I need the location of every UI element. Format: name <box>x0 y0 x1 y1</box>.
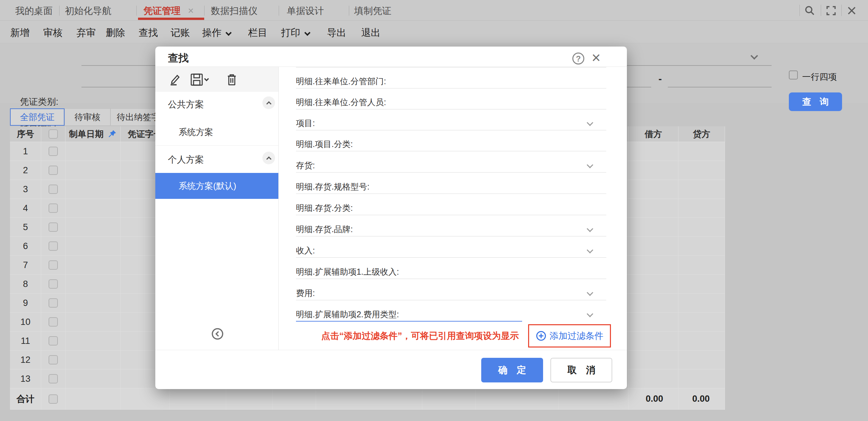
range-separator: - <box>658 73 662 85</box>
close-tab-icon[interactable]: × <box>188 5 194 16</box>
delete-scheme-icon[interactable] <box>225 73 239 86</box>
tree-item-system-scheme-default-selected[interactable]: 系统方案(默认) <box>155 173 278 199</box>
add-filter-button[interactable]: 添加过滤条件 <box>528 324 611 348</box>
fullscreen-icon[interactable] <box>826 5 837 16</box>
divider <box>278 67 279 350</box>
row-checkbox[interactable] <box>49 241 58 251</box>
delete-button[interactable]: 删除 <box>106 26 125 39</box>
tab-my-desktop[interactable]: 我的桌面 <box>15 5 53 17</box>
row-seq: 2 <box>10 161 41 180</box>
row-checkbox[interactable] <box>49 374 58 383</box>
filter-field-inv-cat[interactable]: 明细.存货.分类: <box>296 200 606 215</box>
close-window-icon[interactable] <box>846 5 857 16</box>
filter-field-project-cat[interactable]: 明细.项目.分类: <box>296 136 606 151</box>
chevron-down-icon <box>304 30 310 36</box>
tab-data-scanner[interactable]: 数据扫描仪 <box>211 5 257 17</box>
save-icon[interactable] <box>190 73 211 86</box>
total-checkbox[interactable] <box>49 394 58 404</box>
tab-all-vouchers[interactable]: 全部凭证 <box>10 108 64 126</box>
tab-init-navigation[interactable]: 初始化导航 <box>65 5 112 17</box>
active-tab-indicator <box>138 18 204 20</box>
row-seq: 3 <box>10 180 41 199</box>
row-checkbox[interactable] <box>49 336 58 346</box>
divider <box>841 5 842 16</box>
tab-voucher-management[interactable]: 凭证管理× <box>143 5 194 17</box>
divider <box>136 6 137 15</box>
new-button[interactable]: 新增 <box>10 26 30 39</box>
row-seq: 12 <box>10 351 41 369</box>
row-checkbox[interactable] <box>49 279 58 289</box>
row-seq: 9 <box>10 294 41 313</box>
filter-field-ext2-focused[interactable]: 明细.扩展辅助项2.费用类型: <box>296 306 522 322</box>
subject-code-to-input[interactable] <box>668 87 772 88</box>
tree-group-public[interactable]: 公共方案 <box>168 98 204 110</box>
header-date[interactable]: 制单日期 <box>65 126 121 142</box>
edit-icon[interactable] <box>168 73 181 86</box>
plus-circle-icon <box>536 330 547 341</box>
operate-label: 操作 <box>202 27 221 38</box>
one-row-four-checkbox[interactable] <box>789 70 798 79</box>
total-credit: 0.00 <box>678 388 725 410</box>
operate-menu-button[interactable]: 操作 <box>202 26 230 39</box>
filter-field-person[interactable]: 明细.往来单位.分管人员: <box>296 94 606 109</box>
unaudit-button[interactable]: 弃审 <box>76 26 96 39</box>
row-seq: 6 <box>10 237 41 256</box>
dialog-title: 查找 <box>168 51 189 65</box>
header-debit[interactable]: 借方 <box>628 126 678 142</box>
filter-field-dept[interactable]: 明细.往来单位.分管部门: <box>296 73 606 89</box>
row-checkbox[interactable] <box>49 147 58 156</box>
cancel-button[interactable]: 取 消 <box>550 358 612 382</box>
filter-field-expense[interactable]: 费用: <box>296 285 606 300</box>
tree-group-personal[interactable]: 个人方案 <box>168 154 204 166</box>
audit-button[interactable]: 审核 <box>43 26 63 39</box>
print-label: 打印 <box>281 27 300 38</box>
tree-item-system-scheme[interactable]: 系统方案 <box>179 126 213 138</box>
row-checkbox[interactable] <box>49 166 58 175</box>
row-seq: 7 <box>10 256 41 275</box>
filter-field-ext1[interactable]: 明细.扩展辅助项1.上级收入: <box>296 264 606 279</box>
exit-button[interactable]: 退出 <box>361 26 380 39</box>
row-seq: 11 <box>10 331 41 351</box>
divider <box>59 6 60 15</box>
row-checkbox[interactable] <box>49 317 58 327</box>
filter-field-income[interactable]: 收入: <box>296 242 606 258</box>
row-checkbox[interactable] <box>49 185 58 194</box>
row-seq: 1 <box>10 142 41 161</box>
divider <box>155 350 627 350</box>
tab-fill-voucher[interactable]: 填制凭证 <box>354 5 392 17</box>
pin-sort-icon[interactable] <box>107 129 117 139</box>
export-button[interactable]: 导出 <box>327 26 346 39</box>
row-checkbox[interactable] <box>49 298 58 307</box>
header-credit[interactable]: 贷方 <box>678 126 725 142</box>
tab-pending-audit[interactable]: 待审核 <box>64 108 111 126</box>
app-screen: 04231346 04231346 04231346 我的桌面 初始化导航 凭证… <box>0 0 868 421</box>
voucher-type-label: 凭证类别: <box>20 96 59 108</box>
header-select-all[interactable] <box>41 126 65 142</box>
columns-button[interactable]: 栏目 <box>248 26 268 39</box>
filter-field-spec[interactable]: 明细.存货.规格型号: <box>296 179 606 194</box>
filter-field-inventory[interactable]: 存货: <box>296 157 606 172</box>
row-checkbox[interactable] <box>49 260 58 270</box>
query-button[interactable]: 查 询 <box>789 92 842 111</box>
row-seq: 13 <box>10 369 41 388</box>
collapse-panel-icon[interactable] <box>211 328 224 340</box>
row-checkbox[interactable] <box>49 355 58 364</box>
tab-form-design[interactable]: 单据设计 <box>287 5 324 17</box>
row-seq: 10 <box>10 313 41 331</box>
row-checkbox[interactable] <box>49 203 58 213</box>
table-total-row: 合计 0.00 0.00 <box>10 388 725 410</box>
collapse-personal-icon[interactable] <box>262 152 275 164</box>
filter-field[interactable] <box>296 52 606 67</box>
total-debit: 0.00 <box>628 388 678 410</box>
post-button[interactable]: 记账 <box>170 26 190 39</box>
select-all-checkbox[interactable] <box>49 129 58 139</box>
collapse-public-icon[interactable] <box>262 96 275 109</box>
header-seq[interactable]: 序号 <box>10 126 41 142</box>
filter-field-brand[interactable]: 明细.存货.品牌: <box>296 221 606 236</box>
print-menu-button[interactable]: 打印 <box>281 26 309 39</box>
ok-button[interactable]: 确 定 <box>481 358 543 382</box>
filter-field-project[interactable]: 项目: <box>296 115 606 130</box>
find-button[interactable]: 查找 <box>139 26 158 39</box>
row-checkbox[interactable] <box>49 223 58 232</box>
search-icon[interactable] <box>804 5 815 16</box>
